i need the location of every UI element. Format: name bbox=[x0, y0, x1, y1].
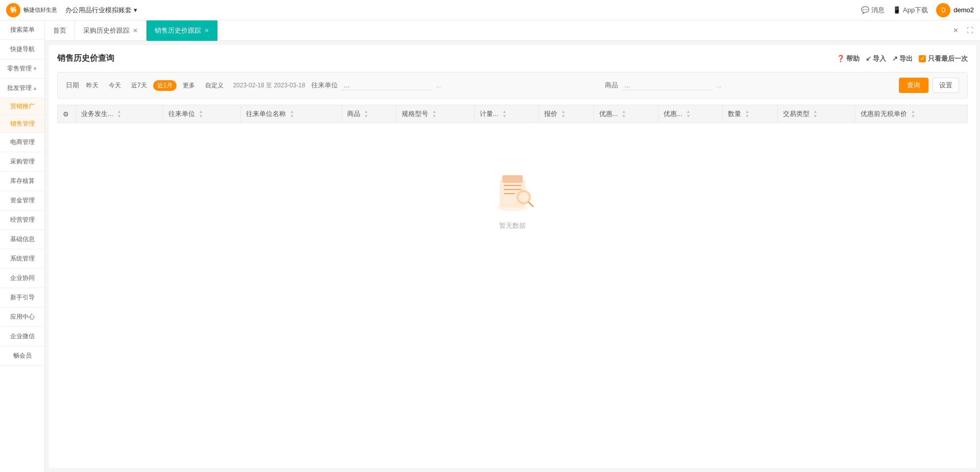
sidebar-item-corp-wechat[interactable]: 企业微信 bbox=[0, 327, 44, 346]
sidebar-item-wholesale-mgmt[interactable]: 批发管理 ▲ bbox=[0, 79, 44, 98]
partner-input[interactable] bbox=[341, 80, 433, 90]
tab-close-btn[interactable]: ✕ bbox=[949, 25, 962, 37]
import-btn[interactable]: ↙ 导入 bbox=[866, 54, 886, 63]
date-btn-today[interactable]: 今天 bbox=[105, 80, 125, 91]
filter-bar: 日期 昨天 今天 近7天 近1月 更多 自定义 2023-02-18 至 202… bbox=[57, 72, 968, 99]
col-partner-code[interactable]: 往来单位 ▲▼ bbox=[163, 105, 241, 123]
help-btn[interactable]: ❓ 帮助 bbox=[837, 54, 860, 63]
product-input[interactable] bbox=[621, 80, 713, 90]
tab-expand-btn[interactable]: ⛶ bbox=[964, 25, 976, 37]
sidebar-item-finance-mgmt[interactable]: 资金管理 bbox=[0, 191, 44, 210]
sidebar: 搜索菜单 快捷导航 零售管理 ▼ 批发管理 ▲ 营销推广 销售管理 电商管理 采… bbox=[0, 20, 45, 472]
date-btn-last7days[interactable]: 近7天 bbox=[127, 80, 151, 91]
page-title-actions: ❓ 帮助 ↙ 导入 ↗ 导出 ✓ 只看最后一次 bbox=[837, 54, 968, 63]
chevron-up-icon: ▲ bbox=[33, 85, 38, 91]
partner-dots: ... bbox=[436, 82, 441, 89]
col-product[interactable]: 商品 ▲▼ bbox=[341, 105, 397, 123]
col-unit[interactable]: 计量... ▲▼ bbox=[474, 105, 538, 123]
sort-arrows: ▲▼ bbox=[364, 110, 368, 119]
sort-arrows: ▲▼ bbox=[432, 110, 436, 119]
tab-sales-history[interactable]: 销售历史价跟踪 ✕ bbox=[146, 20, 218, 41]
sidebar-item-inventory[interactable]: 库存核算 bbox=[0, 172, 44, 191]
page-content: 销售历史价查询 ❓ 帮助 ↙ 导入 ↗ 导出 ✓ bbox=[49, 45, 976, 468]
empty-state: 暂无数据 bbox=[58, 123, 968, 271]
sidebar-item-ecommerce-mgmt[interactable]: 电商管理 bbox=[0, 133, 44, 152]
app-selector[interactable]: 办公用品行业模拟账套 ▾ bbox=[61, 4, 141, 17]
sort-arrows: ▲▼ bbox=[814, 110, 818, 119]
sidebar-item-corp-collab[interactable]: 企业协同 bbox=[0, 269, 44, 288]
sort-arrows: ▲▼ bbox=[686, 110, 690, 119]
sort-arrows: ▲▼ bbox=[199, 110, 203, 119]
sidebar-item-member[interactable]: 畅会员 bbox=[0, 346, 44, 366]
date-filter-group: 日期 昨天 今天 近7天 近1月 更多 自定义 2023-02-18 至 202… bbox=[66, 80, 305, 91]
page-title-row: 销售历史价查询 ❓ 帮助 ↙ 导入 ↗ 导出 ✓ bbox=[57, 53, 968, 64]
date-range-text: 2023-02-18 至 2023-03-18 bbox=[233, 81, 305, 90]
date-filter-label: 日期 bbox=[66, 81, 79, 90]
col-trade-type[interactable]: 交易类型 ▲▼ bbox=[777, 105, 855, 123]
export-icon: ↗ bbox=[892, 55, 898, 62]
col-settings[interactable]: ⚙ bbox=[58, 105, 76, 123]
sort-arrows: ▲▼ bbox=[622, 110, 626, 119]
sidebar-item-search-menu[interactable]: 搜索菜单 bbox=[0, 20, 44, 40]
logo-icon: 畅 bbox=[6, 3, 20, 17]
user-profile[interactable]: D demo2 bbox=[936, 3, 974, 17]
only-last-checkbox-label[interactable]: ✓ 只看最后一次 bbox=[919, 54, 968, 63]
col-biz-date[interactable]: 业务发生... ▲▼ bbox=[76, 105, 163, 123]
svg-rect-2 bbox=[502, 175, 523, 183]
product-filter-group: 商品 ... bbox=[605, 80, 893, 90]
main-layout: 搜索菜单 快捷导航 零售管理 ▼ 批发管理 ▲ 营销推广 销售管理 电商管理 采… bbox=[0, 20, 980, 472]
download-icon: 📱 bbox=[893, 6, 901, 14]
sidebar-item-newbie-guide[interactable]: 新手引导 bbox=[0, 288, 44, 308]
sidebar-item-sales-mgmt[interactable]: 销售管理 bbox=[0, 115, 44, 133]
sort-arrows: ▲▼ bbox=[561, 110, 566, 119]
empty-icon bbox=[487, 164, 538, 215]
sidebar-item-retail-mgmt[interactable]: 零售管理 ▼ bbox=[0, 59, 44, 79]
sidebar-item-system-mgmt[interactable]: 系统管理 bbox=[0, 249, 44, 269]
content-area: 首页 采购历史价跟踪 ✕ 销售历史价跟踪 ✕ ✕ ⛶ 销售历史价查询 bbox=[45, 20, 980, 472]
import-icon: ↙ bbox=[866, 55, 871, 62]
chevron-down-icon: ▼ bbox=[33, 66, 38, 72]
col-discount1[interactable]: 优惠... ▲▼ bbox=[594, 105, 658, 123]
col-quoted-price[interactable]: 报价 ▲▼ bbox=[539, 105, 594, 123]
date-btn-more[interactable]: 更多 bbox=[179, 80, 199, 91]
sidebar-item-app-center[interactable]: 应用中心 bbox=[0, 308, 44, 327]
svg-line-8 bbox=[529, 202, 533, 206]
sort-arrows: ▲▼ bbox=[117, 110, 121, 119]
partner-filter-group: 往来单位 ... bbox=[311, 80, 599, 90]
empty-text: 暂无数据 bbox=[499, 221, 526, 230]
table-header-row: ⚙ 业务发生... ▲▼ 往来单位 ▲▼ 往来单位名称 ▲▼ bbox=[58, 105, 968, 123]
export-btn[interactable]: ↗ 导出 bbox=[892, 54, 913, 63]
logo-text: 畅捷信好生意 bbox=[23, 6, 57, 13]
col-discount2[interactable]: 优惠... ▲▼ bbox=[658, 105, 722, 123]
setting-button[interactable]: 设置 bbox=[933, 78, 959, 93]
tab-home[interactable]: 首页 bbox=[45, 20, 75, 41]
logo-area: 畅 畅捷信好生意 bbox=[6, 3, 57, 17]
col-partner-name[interactable]: 往来单位名称 ▲▼ bbox=[241, 105, 341, 123]
sidebar-item-ops-mgmt[interactable]: 经营管理 bbox=[0, 210, 44, 230]
settings-icon: ⚙ bbox=[63, 110, 69, 118]
filter-actions: 查询 设置 bbox=[899, 78, 959, 93]
svg-point-7 bbox=[519, 192, 529, 202]
sidebar-item-basic-info[interactable]: 基础信息 bbox=[0, 230, 44, 249]
chevron-down-icon: ▾ bbox=[134, 6, 137, 14]
message-btn[interactable]: 💬 消息 bbox=[861, 6, 885, 15]
app-download-btn[interactable]: 📱 App下载 bbox=[893, 6, 928, 15]
sidebar-item-purchase-mgmt[interactable]: 采购管理 bbox=[0, 152, 44, 172]
tab-purchase-history[interactable]: 采购历史价跟踪 ✕ bbox=[75, 20, 146, 41]
sort-arrows: ▲▼ bbox=[911, 110, 915, 119]
tab-close-purchase[interactable]: ✕ bbox=[133, 27, 138, 34]
message-icon: 💬 bbox=[861, 6, 869, 14]
sidebar-item-marketing[interactable]: 营销推广 bbox=[0, 98, 44, 115]
sort-arrows: ▲▼ bbox=[745, 110, 749, 119]
sidebar-item-quick-nav[interactable]: 快捷导航 bbox=[0, 40, 44, 59]
col-pre-tax-price[interactable]: 优惠前无税单价 ▲▼ bbox=[855, 105, 968, 123]
date-btn-last1month[interactable]: 近1月 bbox=[153, 80, 177, 91]
date-btn-yesterday[interactable]: 昨天 bbox=[82, 80, 103, 91]
data-table: ⚙ 业务发生... ▲▼ 往来单位 ▲▼ 往来单位名称 ▲▼ bbox=[57, 105, 968, 271]
tab-bar-actions: ✕ ⛶ bbox=[949, 25, 980, 37]
query-button[interactable]: 查询 bbox=[899, 78, 928, 93]
col-quantity[interactable]: 数量 ▲▼ bbox=[723, 105, 778, 123]
col-spec[interactable]: 规格型号 ▲▼ bbox=[397, 105, 474, 123]
tab-close-sales[interactable]: ✕ bbox=[204, 27, 209, 34]
date-btn-custom[interactable]: 自定义 bbox=[201, 80, 228, 91]
